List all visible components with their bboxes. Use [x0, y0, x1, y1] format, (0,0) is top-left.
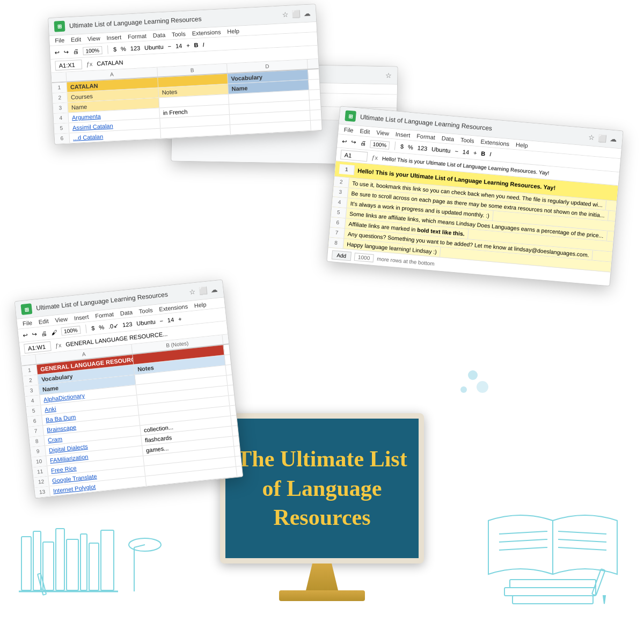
fx-label-3: ƒx [86, 61, 92, 68]
svg-rect-7 [101, 530, 114, 590]
monitor-wrapper: The Ultimate List of Language Resources [220, 413, 424, 601]
percent-btn[interactable]: % [99, 324, 105, 331]
menu-edit-3[interactable]: Edit [71, 36, 82, 43]
menu-data-2[interactable]: Data [441, 135, 454, 142]
redo-2[interactable]: ↪ [350, 138, 356, 146]
menu-format-1[interactable]: Format [95, 311, 114, 319]
zoom-2[interactable]: 100% [370, 140, 390, 149]
italic-btn-2[interactable]: I [489, 151, 492, 157]
titlebar-icons-1: ☆ ⬜ ☁ [189, 285, 218, 296]
redo-3[interactable]: ↪ [63, 48, 69, 55]
svg-line-19 [558, 547, 606, 550]
font-3: Ubuntu [144, 43, 164, 51]
undo-3[interactable]: ↩ [54, 49, 60, 56]
menu-insert-3[interactable]: Insert [106, 34, 121, 41]
italic-btn-3[interactable]: I [202, 41, 204, 48]
font-size-3: 14 [175, 42, 182, 49]
bold-btn-3[interactable]: B [194, 42, 199, 48]
bubble-2 [460, 386, 467, 393]
menu-extensions-1[interactable]: Extensions [159, 303, 188, 313]
menu-extensions-3[interactable]: Extensions [192, 28, 221, 36]
print-icon[interactable]: 🖨 [41, 330, 47, 336]
svg-rect-5 [80, 534, 87, 590]
font-2: Ubuntu [431, 146, 451, 154]
percent-3[interactable]: % [121, 46, 126, 52]
bold-btn-2[interactable]: B [481, 150, 486, 157]
font-label: Ubuntu [136, 318, 156, 327]
menu-format-3[interactable]: Format [128, 33, 147, 40]
svg-line-15 [499, 539, 547, 542]
font-minus-3[interactable]: − [167, 43, 171, 49]
menu-data-1[interactable]: Data [120, 309, 133, 317]
format-3[interactable]: 123 [130, 45, 141, 52]
zoom-3[interactable]: 100% [83, 46, 102, 55]
undo-2[interactable]: ↩ [341, 138, 347, 145]
menu-extensions-2[interactable]: Extensions [480, 138, 510, 148]
menu-help-3[interactable]: Help [227, 28, 239, 35]
bubble-3 [477, 381, 488, 393]
svg-rect-0 [21, 537, 31, 590]
percent-2[interactable]: % [408, 144, 414, 151]
titlebar-icons-3: ☆ ⬜ ☁ [282, 9, 311, 19]
undo-icon[interactable]: ↩ [23, 332, 28, 339]
zoom-1[interactable]: 100% [61, 325, 80, 335]
formula-value-3: CATALAN [97, 59, 123, 67]
menu-format-2[interactable]: Format [416, 133, 436, 141]
svg-rect-6 [89, 543, 99, 590]
folder-icon-3: ⬜ [291, 10, 301, 18]
svg-rect-22 [513, 596, 593, 604]
font-size-2: 14 [462, 149, 469, 156]
menu-file-1[interactable]: File [23, 319, 33, 327]
font-plus-2[interactable]: + [473, 149, 477, 156]
sheets-icon-2: ⊞ [345, 110, 356, 122]
redo-icon[interactable]: ↪ [32, 331, 37, 338]
cloud-icon-3: ☁ [303, 9, 311, 18]
star-icon-1: ☆ [189, 288, 196, 296]
scene: ⊞ Ultimate List of Language Learning Res… [0, 0, 644, 644]
menu-tools-1[interactable]: Tools [138, 307, 153, 315]
monitor-title-line1: The Ultimate List [237, 447, 407, 471]
menu-insert-1[interactable]: Insert [74, 313, 89, 321]
menu-help-2[interactable]: Help [516, 141, 529, 149]
paintformat-icon[interactable]: 🖌 [51, 328, 57, 335]
decimal-btn[interactable]: .0↙ [108, 322, 118, 330]
cloud-icon-2: ☁ [610, 135, 617, 143]
menu-tools-3[interactable]: Tools [172, 31, 186, 38]
books-sketch-left [16, 504, 166, 612]
currency-btn[interactable]: $ [91, 325, 95, 332]
monitor-base [279, 590, 365, 601]
menu-insert-2[interactable]: Insert [395, 131, 410, 138]
font-plus[interactable]: + [178, 316, 182, 323]
menu-view-2[interactable]: View [376, 129, 390, 137]
menu-view-1[interactable]: View [55, 316, 68, 323]
menu-view-3[interactable]: View [87, 35, 100, 42]
menu-help-1[interactable]: Help [194, 301, 207, 309]
sheets-icon-3: ⊞ [54, 21, 65, 32]
svg-line-17 [558, 531, 606, 534]
cloud-icon-1: ☁ [210, 285, 218, 294]
font-minus[interactable]: − [159, 318, 164, 325]
format-2[interactable]: 123 [417, 144, 427, 152]
svg-line-16 [499, 547, 547, 550]
currency-3[interactable]: $ [113, 46, 117, 53]
cell-ref-3[interactable]: A1:X1 [55, 60, 82, 71]
titlebar-icons-2: ☆ ⬜ ☁ [588, 133, 617, 144]
format-btn[interactable]: 123 [122, 321, 133, 328]
menu-tools-2[interactable]: Tools [460, 136, 475, 144]
menu-edit-1[interactable]: Edit [38, 318, 49, 325]
cell-ref-1[interactable]: A1:W1 [24, 341, 52, 354]
print-2[interactable]: 🖨 [360, 140, 366, 147]
menu-file-3[interactable]: File [55, 37, 64, 44]
menu-file-2[interactable]: File [343, 126, 354, 133]
svg-rect-23 [592, 569, 605, 596]
font-minus-2[interactable]: − [455, 148, 458, 155]
print-3[interactable]: 🖨 [72, 48, 79, 55]
cell-ref-2[interactable]: A1 [340, 150, 368, 162]
menu-data-3[interactable]: Data [153, 32, 166, 39]
menu-edit-2[interactable]: Edit [360, 128, 370, 135]
star-icon-4: ☆ [385, 71, 392, 79]
spreadsheet-general: ⊞ Ultimate List of Language Learning Res… [14, 280, 244, 499]
font-plus-3[interactable]: + [186, 42, 190, 48]
currency-2[interactable]: $ [400, 143, 404, 150]
add-rows-btn[interactable]: Add [332, 250, 352, 261]
